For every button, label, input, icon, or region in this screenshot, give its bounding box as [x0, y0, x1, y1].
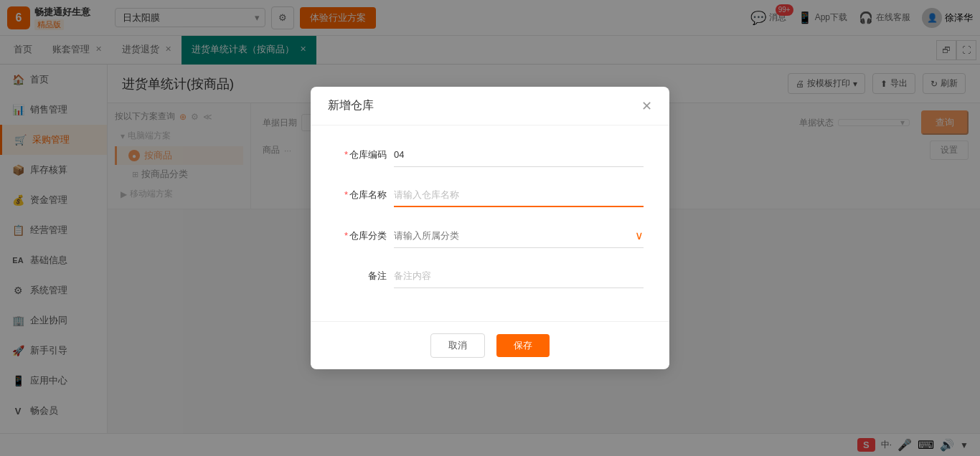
cancel-button[interactable]: 取消: [430, 333, 485, 358]
category-required-star: *: [344, 230, 348, 241]
save-button[interactable]: 保存: [496, 334, 550, 357]
modal-header: 新增仓库 ✕: [311, 87, 669, 125]
modal-body: *仓库编码 *仓库名称 *仓库分类 ∨: [311, 125, 669, 321]
form-row-name: *仓库名称: [336, 183, 644, 207]
form-row-code: *仓库编码: [336, 143, 644, 167]
modal-overlay[interactable]: 新增仓库 ✕ *仓库编码 *仓库名称 *仓库分类: [0, 0, 980, 456]
code-required-star: *: [344, 149, 348, 160]
category-label: *仓库分类: [336, 229, 387, 242]
name-required-star: *: [344, 189, 348, 200]
category-dropdown-icon[interactable]: ∨: [635, 229, 644, 242]
name-label: *仓库名称: [336, 189, 387, 201]
notes-label: 备注: [336, 270, 387, 282]
modal-footer: 取消 保存: [311, 321, 669, 369]
modal-close-button[interactable]: ✕: [641, 100, 652, 113]
category-input[interactable]: [394, 223, 635, 247]
form-row-notes: 备注: [336, 264, 644, 288]
modal-new-warehouse: 新增仓库 ✕ *仓库编码 *仓库名称 *仓库分类: [311, 87, 669, 369]
code-label: *仓库编码: [336, 148, 387, 161]
form-row-category: *仓库分类 ∨: [336, 223, 644, 248]
name-input[interactable]: [394, 183, 644, 207]
notes-input[interactable]: [394, 264, 644, 288]
code-input[interactable]: [394, 143, 644, 167]
modal-title: 新增仓库: [328, 98, 374, 113]
category-select-wrap[interactable]: ∨: [394, 223, 644, 248]
